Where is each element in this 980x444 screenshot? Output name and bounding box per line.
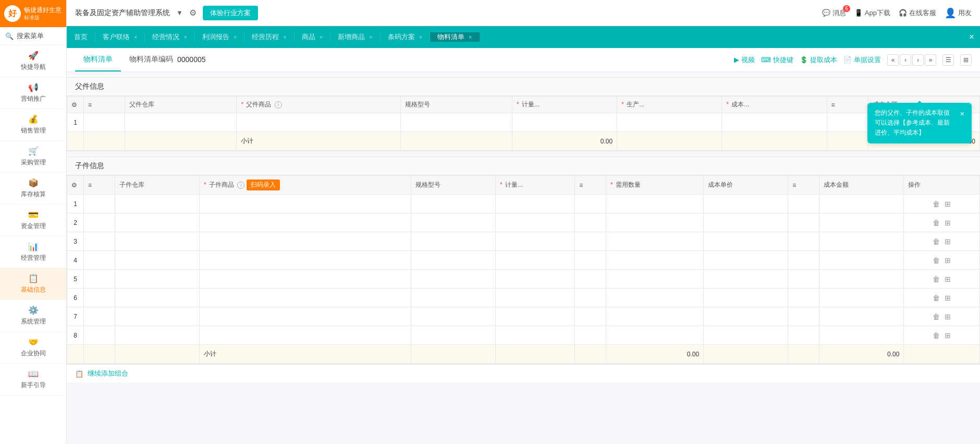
delete-row-icon[interactable]: 🗑 <box>933 313 940 321</box>
child-row-quantity[interactable] <box>606 326 704 345</box>
child-row-unit-price[interactable] <box>704 251 788 270</box>
tab-customer[interactable]: 客户联络 × <box>95 32 145 42</box>
settings-action[interactable]: 📄 单据设置 <box>843 55 881 65</box>
child-row-warehouse[interactable] <box>115 270 199 289</box>
copy-row-icon[interactable]: ⊞ <box>945 219 951 227</box>
child-goods-info-icon[interactable]: i <box>237 182 244 189</box>
child-row-unit[interactable] <box>495 195 574 213</box>
tab-barcode[interactable]: 条码方案 × <box>381 32 430 42</box>
child-row-spec[interactable] <box>411 195 495 213</box>
copy-row-icon[interactable]: ⊞ <box>945 275 951 283</box>
child-row-quantity[interactable] <box>606 289 704 307</box>
sidebar-item-marketing[interactable]: 📢 营销推广 <box>0 77 66 109</box>
child-row-spec[interactable] <box>411 289 495 307</box>
child-row-unit[interactable] <box>495 251 574 270</box>
child-row-goods[interactable] <box>200 195 411 213</box>
sidebar-item-inventory[interactable]: 📦 库存核算 <box>0 173 66 205</box>
child-row-warehouse[interactable] <box>115 289 199 307</box>
parent-row-cost[interactable] <box>722 113 827 132</box>
child-row-unit-price[interactable] <box>704 213 788 232</box>
child-row-quantity[interactable] <box>606 270 704 289</box>
user-btn[interactable]: 👤 用友 <box>945 7 972 19</box>
copy-row-icon[interactable]: ⊞ <box>945 313 951 321</box>
parent-col-gear[interactable]: ⚙ <box>67 97 84 113</box>
child-row-quantity[interactable] <box>606 195 704 213</box>
tab-home[interactable]: 首页 <box>67 32 95 42</box>
tab-goods[interactable]: 商品 × <box>295 32 330 42</box>
tab-bom-close[interactable]: × <box>469 34 472 40</box>
child-row-unit-price[interactable] <box>704 270 788 289</box>
parent-row-goods[interactable] <box>237 113 400 132</box>
tab-ops-history[interactable]: 经营历程 × <box>244 32 294 42</box>
close-all-tabs-btn[interactable]: × <box>963 26 980 48</box>
child-row-quantity[interactable] <box>606 307 704 326</box>
sidebar-search[interactable]: 🔍 搜索菜单 <box>0 27 66 45</box>
delete-row-icon[interactable]: 🗑 <box>933 219 940 227</box>
child-row-unit-price[interactable] <box>704 307 788 326</box>
parent-row-warehouse[interactable] <box>125 113 237 132</box>
online-service-btn[interactable]: 🎧 在线客服 <box>899 8 936 18</box>
child-row-spec[interactable] <box>411 213 495 232</box>
app-download-btn[interactable]: 📱 App下载 <box>854 8 890 18</box>
add-combo-label[interactable]: 继续添加组合 <box>88 369 128 378</box>
child-row-goods[interactable] <box>200 251 411 270</box>
child-row-unit[interactable] <box>495 213 574 232</box>
child-row-warehouse[interactable] <box>115 251 199 270</box>
shortcut-action[interactable]: ⌨ 快捷键 <box>761 55 793 65</box>
nav-first-btn[interactable]: « <box>887 54 899 66</box>
tab-goods-close[interactable]: × <box>320 34 323 40</box>
tab-bom[interactable]: 物料清单 × <box>430 32 480 42</box>
child-row-unit[interactable] <box>495 326 574 345</box>
nav-menu-btn[interactable]: ☰ <box>942 54 954 66</box>
child-row-goods[interactable] <box>200 326 411 345</box>
sidebar-item-purchase[interactable]: 🛒 采购管理 <box>0 141 66 173</box>
child-row-spec[interactable] <box>411 251 495 270</box>
copy-row-icon[interactable]: ⊞ <box>945 331 951 340</box>
child-row-quantity[interactable] <box>606 213 704 232</box>
child-row-warehouse[interactable] <box>115 307 199 326</box>
tab-profit-close[interactable]: × <box>234 34 237 40</box>
parent-row-production[interactable] <box>617 113 722 132</box>
tab-add-goods[interactable]: 新增商品 × <box>330 32 380 42</box>
child-row-spec[interactable] <box>411 307 495 326</box>
sidebar-item-basic-info[interactable]: 📋 基础信息 <box>0 268 66 300</box>
child-row-unit[interactable] <box>495 270 574 289</box>
view-action[interactable]: ▶ 视频 <box>734 55 755 65</box>
dropdown-arrow-icon[interactable]: ▼ <box>176 9 183 17</box>
child-row-warehouse[interactable] <box>115 232 199 251</box>
nav-next-btn[interactable]: › <box>912 54 924 66</box>
sidebar-item-guide[interactable]: 📖 新手引导 <box>0 364 66 395</box>
tab-barcode-close[interactable]: × <box>419 34 422 40</box>
tooltip-close-btn[interactable]: × <box>960 108 964 119</box>
cost-action[interactable]: 💲 提取成本 <box>800 55 837 65</box>
sidebar-item-quick-nav[interactable]: 🚀 快捷导航 <box>0 45 66 77</box>
tab-ops-status[interactable]: 经营情况 × <box>145 32 194 42</box>
scan-btn[interactable]: 扫码录入 <box>247 179 280 190</box>
delete-row-icon[interactable]: 🗑 <box>933 275 940 283</box>
parent-goods-info-icon[interactable]: i <box>275 101 282 109</box>
child-row-warehouse[interactable] <box>115 213 199 232</box>
nav-last-btn[interactable]: » <box>925 54 936 66</box>
child-row-spec[interactable] <box>411 270 495 289</box>
child-row-spec[interactable] <box>411 232 495 251</box>
sidebar-item-operations[interactable]: 📊 经营管理 <box>0 236 66 268</box>
child-row-spec[interactable] <box>411 326 495 345</box>
child-row-unit[interactable] <box>495 232 574 251</box>
sidebar-item-finance[interactable]: 💳 资金管理 <box>0 205 66 236</box>
copy-row-icon[interactable]: ⊞ <box>945 294 951 302</box>
child-row-warehouse[interactable] <box>115 195 199 213</box>
tab-ops-history-close[interactable]: × <box>283 34 286 40</box>
sidebar-item-system[interactable]: ⚙️ 系统管理 <box>0 300 66 332</box>
child-row-quantity[interactable] <box>606 251 704 270</box>
copy-row-icon[interactable]: ⊞ <box>945 256 951 265</box>
child-row-goods[interactable] <box>200 213 411 232</box>
child-row-unit-price[interactable] <box>704 326 788 345</box>
settings-icon[interactable]: ⚙ <box>189 8 197 18</box>
copy-row-icon[interactable]: ⊞ <box>945 200 951 208</box>
copy-row-icon[interactable]: ⊞ <box>945 237 951 246</box>
delete-row-icon[interactable]: 🗑 <box>933 294 940 302</box>
child-row-warehouse[interactable] <box>115 326 199 345</box>
sidebar-item-sales[interactable]: 💰 销售管理 <box>0 109 66 141</box>
child-row-quantity[interactable] <box>606 232 704 251</box>
child-row-goods[interactable] <box>200 289 411 307</box>
